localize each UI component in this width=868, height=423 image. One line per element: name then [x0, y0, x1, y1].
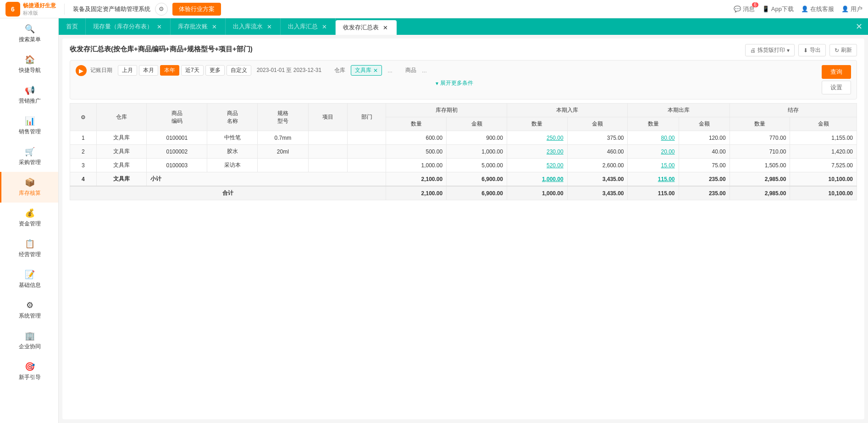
tab-batch-close[interactable]: ✕: [210, 23, 218, 30]
row1-warehouse: 文具库: [96, 131, 147, 145]
expand-more-btn[interactable]: ▾ 展开更多条件: [436, 79, 473, 87]
messages-item[interactable]: 💬 消息 6: [734, 5, 755, 13]
row1-open-qty: 600.00: [386, 131, 447, 145]
tab-recv-send[interactable]: 收发存汇总表 ✕: [336, 20, 397, 35]
export-button[interactable]: ⬇ 导出: [798, 44, 826, 56]
tab-stock-dist-close[interactable]: ✕: [155, 23, 163, 30]
row3-project: [308, 159, 347, 172]
tab-summary[interactable]: 出入库汇总 ✕: [281, 18, 336, 35]
tab-summary-label: 出入库汇总: [288, 22, 318, 31]
sidebar-item-basic-info[interactable]: 📝 基础信息: [0, 264, 58, 295]
sidebar-item-purchase[interactable]: 🛒 采购管理: [0, 141, 58, 172]
total-open-qty: 2,100.00: [386, 186, 447, 200]
tab-batch[interactable]: 库存批次账 ✕: [171, 18, 226, 35]
sidebar-label-operations: 经营管理: [19, 251, 41, 258]
date-btn-more[interactable]: 更多: [205, 65, 225, 76]
tab-summary-close[interactable]: ✕: [321, 23, 328, 30]
row1-spec: 0.7mm: [257, 131, 308, 145]
row3-open-amt: 5,000.00: [447, 159, 507, 172]
warehouse-label: 仓库: [334, 66, 345, 74]
tab-home[interactable]: 首页: [59, 18, 86, 35]
total-row: 合计 2,100.00 6,900.00 1,000.00 3,435.00 1…: [70, 186, 857, 200]
subtotal-in-qty[interactable]: 1,000.00: [507, 172, 567, 187]
sidebar-item-marketing[interactable]: 📢 营销推广: [0, 80, 58, 110]
row2-open-qty: 500.00: [386, 145, 447, 159]
row3-no: 3: [70, 159, 97, 172]
sidebar-item-search[interactable]: 🔍 搜索菜单: [0, 18, 58, 49]
home-icon: 🏠: [25, 55, 35, 65]
row2-code: 0100002: [147, 145, 207, 159]
col-open-amt-header: 金额: [447, 117, 507, 131]
subtotal-close-amt: 10,100.00: [790, 172, 857, 187]
row3-in-qty[interactable]: 520.00: [507, 159, 567, 172]
col-settings-header[interactable]: ⚙: [70, 104, 97, 131]
app-tag: 标准版: [23, 10, 56, 16]
warehouse-more[interactable]: ...: [387, 67, 393, 74]
page-title: 收发存汇总表(按仓库+商品编码+商品+规格型号+项目+部门): [70, 45, 253, 54]
date-btn-this-year[interactable]: 本年: [160, 65, 179, 76]
filter-expand-arrow[interactable]: ▶: [76, 65, 87, 76]
sidebar-item-guide[interactable]: 🎯 新手引导: [0, 356, 58, 387]
date-buttons: 上月 本月 本年 近7天 更多 自定义: [118, 65, 251, 76]
tab-recv-send-close[interactable]: ✕: [381, 24, 389, 31]
row3-out-qty[interactable]: 15.00: [628, 159, 679, 172]
warehouse-tag-close[interactable]: ✕: [373, 67, 378, 74]
page-inner: 收发存汇总表(按仓库+商品编码+商品+规格型号+项目+部门) 🖨 拣货版打印 ▾…: [62, 38, 864, 419]
content-area: 首页 现存量（库存分布表） ✕ 库存批次账 ✕ 出入库流水 ✕ 出入库汇总 ✕ …: [59, 18, 868, 423]
sidebar-item-operations[interactable]: 📋 经营管理: [0, 233, 58, 264]
sidebar-item-quick-nav[interactable]: 🏠 快捷导航: [0, 49, 58, 80]
sidebar-label-quick-nav: 快捷导航: [19, 66, 41, 74]
sidebar-item-inventory[interactable]: 📦 库存核算: [0, 172, 58, 203]
table-row: 2 文具库 0100002 胶水 20ml 500.00 1,000.00 23…: [70, 145, 857, 159]
logo-area: 6 畅捷通好生意 标准版: [6, 2, 56, 16]
user-item[interactable]: 👤 用户: [841, 5, 862, 13]
row2-no: 2: [70, 145, 97, 159]
filter-settings-button[interactable]: 设置: [822, 81, 851, 94]
sidebar-item-sales[interactable]: 📊 销售管理: [0, 110, 58, 141]
col-close-qty-header: 数量: [730, 117, 790, 131]
refresh-button[interactable]: ↻ 刷新: [829, 44, 857, 56]
online-service-item[interactable]: 👤 在线客服: [801, 5, 834, 13]
date-btn-custom[interactable]: 自定义: [227, 65, 251, 76]
row2-dept: [347, 145, 386, 159]
warehouse-tag: 文具库 ✕: [351, 65, 382, 76]
row2-close-amt: 1,420.00: [790, 145, 857, 159]
page-actions: 🖨 拣货版打印 ▾ ⬇ 导出 ↻ 刷新: [745, 44, 857, 56]
app-download-item[interactable]: 📱 App下载: [762, 5, 794, 13]
total-out-qty: 115.00: [628, 186, 679, 200]
print-button[interactable]: 🖨 拣货版打印 ▾: [745, 44, 795, 56]
content-close-button[interactable]: ✕: [850, 22, 868, 32]
filter-right: 查询 设置: [822, 65, 851, 94]
sidebar-item-system[interactable]: ⚙ 系统管理: [0, 295, 58, 325]
inventory-icon: 📦: [25, 177, 35, 187]
subtotal-label: 小计: [147, 172, 386, 187]
row1-dept: [347, 131, 386, 145]
row1-in-qty[interactable]: 250.00: [507, 131, 567, 145]
query-button[interactable]: 查询: [822, 65, 851, 79]
row2-in-amt: 460.00: [567, 145, 628, 159]
row2-out-amt: 40.00: [679, 145, 730, 159]
tab-flow-close[interactable]: ✕: [265, 23, 273, 30]
row1-out-qty[interactable]: 80.00: [628, 131, 679, 145]
user-label: 用户: [851, 5, 862, 13]
sidebar-item-finance[interactable]: 💰 资金管理: [0, 203, 58, 233]
sidebar-item-enterprise[interactable]: 🏢 企业协同: [0, 325, 58, 356]
date-btn-last-month[interactable]: 上月: [118, 65, 137, 76]
row3-name: 采访本: [207, 159, 258, 172]
app-name: 畅捷通好生意: [23, 2, 56, 10]
table-row: 3 文具库 0100003 采访本 1,000.00 5,000.00 520.…: [70, 159, 857, 172]
trial-button[interactable]: 体验行业方案: [172, 3, 221, 16]
settings-button[interactable]: ⚙: [155, 3, 168, 16]
goods-more[interactable]: ...: [422, 67, 427, 74]
subtotal-out-qty[interactable]: 115.00: [628, 172, 679, 187]
sidebar-label-finance: 资金管理: [19, 220, 41, 228]
date-btn-this-month[interactable]: 本月: [139, 65, 158, 76]
date-btn-7days[interactable]: 近7天: [181, 65, 204, 76]
tab-stock-dist[interactable]: 现存量（库存分布表） ✕: [86, 18, 171, 35]
col-in-header: 本期入库: [507, 104, 628, 117]
row2-in-qty[interactable]: 230.00: [507, 145, 567, 159]
row2-out-qty[interactable]: 20.00: [628, 145, 679, 159]
tab-flow[interactable]: 出入库流水 ✕: [226, 18, 281, 35]
sidebar-label-inventory: 库存核算: [19, 189, 41, 197]
purchase-icon: 🛒: [25, 147, 35, 157]
